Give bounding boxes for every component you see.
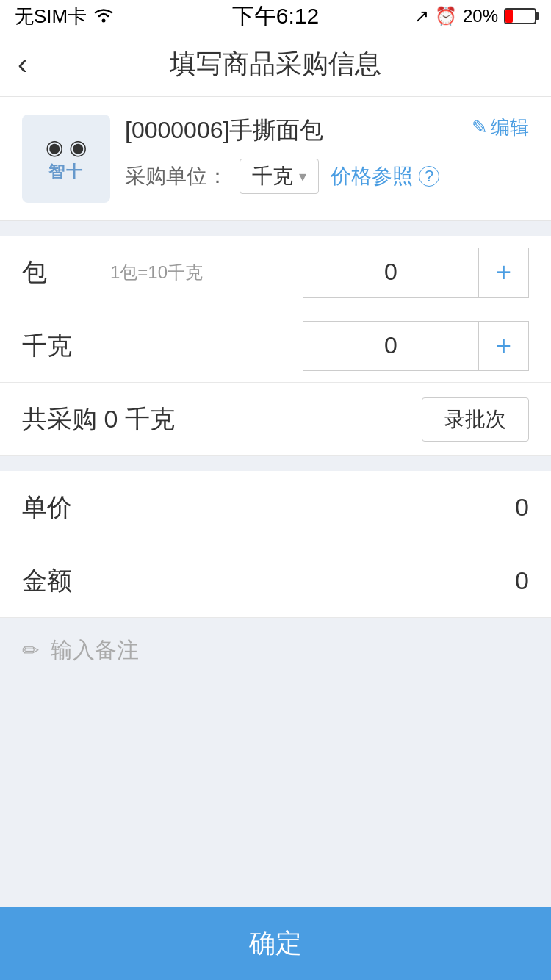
- confirm-button-label: 确定: [249, 926, 302, 962]
- section-divider-1: [0, 221, 551, 236]
- section-divider-2: [0, 456, 551, 471]
- price-reference-button[interactable]: 价格参照 ?: [331, 162, 439, 190]
- wifi-icon: [93, 5, 115, 28]
- remark-placeholder: 输入备注: [51, 635, 139, 666]
- status-bar-time: 下午6:12: [232, 1, 319, 32]
- battery-icon: [504, 8, 536, 24]
- edit-icon: ✎: [472, 116, 488, 139]
- kg-plus-button[interactable]: +: [479, 321, 529, 371]
- kg-input-row: 千克 0 +: [0, 309, 551, 383]
- back-button[interactable]: ‹: [18, 48, 27, 81]
- kg-label: 千克: [22, 329, 96, 363]
- price-section: 单价 0 金额 0: [0, 471, 551, 618]
- summary-row: 共采购 0 千克 录批次: [0, 383, 551, 456]
- unit-selector[interactable]: 千克 ▾: [240, 159, 319, 194]
- owl-eyes-icon: ◉◉: [46, 135, 87, 159]
- product-name: [0000006]手撕面包: [125, 115, 323, 147]
- confirm-button[interactable]: 确定: [0, 907, 551, 980]
- unit-value: 千克: [252, 162, 293, 190]
- summary-text: 共采购 0 千克: [22, 403, 175, 436]
- product-card: ◉◉ 智十 [0000006]手撕面包 ✎ 编辑 采购单位： 千克 ▾ 价格参照…: [0, 97, 551, 221]
- edit-label: 编辑: [491, 115, 529, 140]
- location-icon: ↗: [414, 6, 429, 26]
- amount-value: 0: [515, 566, 529, 595]
- bag-label: 包: [22, 256, 96, 289]
- unit-price-value: 0: [515, 493, 529, 522]
- kg-input-control: 0 +: [110, 321, 529, 371]
- product-info: [0000006]手撕面包 ✎ 编辑 采购单位： 千克 ▾ 价格参照 ?: [125, 115, 529, 194]
- carrier-text: 无SIM卡: [15, 4, 87, 29]
- status-bar: 无SIM卡 下午6:12 ↗ ⏰ 20%: [0, 0, 551, 32]
- product-name-row: [0000006]手撕面包 ✎ 编辑: [125, 115, 529, 147]
- status-bar-right: ↗ ⏰ 20%: [414, 6, 536, 26]
- remark-input[interactable]: ✏ 输入备注: [22, 635, 529, 666]
- owl-label: 智十: [48, 161, 84, 183]
- bag-plus-button[interactable]: +: [479, 248, 529, 298]
- edit-button[interactable]: ✎ 编辑: [472, 115, 529, 140]
- unit-price-row: 单价 0: [0, 471, 551, 544]
- status-bar-left: 无SIM卡: [15, 4, 115, 29]
- amount-label: 金额: [22, 564, 72, 598]
- bag-sub-label: 1包=10千克: [110, 261, 203, 284]
- input-section: 包 1包=10千克 0 + 千克 0 +: [0, 236, 551, 383]
- bag-input-row: 包 1包=10千克 0 +: [0, 236, 551, 309]
- bag-quantity-input[interactable]: 0: [303, 248, 479, 298]
- unit-label: 采购单位：: [125, 162, 228, 190]
- battery-percent: 20%: [463, 6, 498, 26]
- svg-point-0: [102, 18, 106, 22]
- bag-input-control: 0 +: [217, 248, 529, 298]
- dropdown-arrow-icon: ▾: [299, 167, 306, 185]
- remark-section[interactable]: ✏ 输入备注: [0, 618, 551, 706]
- unit-price-label: 单价: [22, 491, 72, 525]
- unit-row: 采购单位： 千克 ▾ 价格参照 ?: [125, 159, 529, 194]
- kg-quantity-input[interactable]: 0: [303, 321, 479, 371]
- help-icon: ?: [419, 166, 439, 187]
- pencil-icon: ✏: [22, 638, 39, 663]
- product-image: ◉◉ 智十: [22, 115, 110, 203]
- price-ref-label: 价格参照: [331, 162, 413, 190]
- alarm-icon: ⏰: [435, 6, 457, 26]
- page-title: 填写商品采购信息: [170, 46, 381, 82]
- nav-bar: ‹ 填写商品采购信息: [0, 32, 551, 97]
- amount-row: 金额 0: [0, 544, 551, 618]
- batch-button[interactable]: 录批次: [422, 397, 529, 442]
- product-logo: ◉◉ 智十: [46, 135, 87, 183]
